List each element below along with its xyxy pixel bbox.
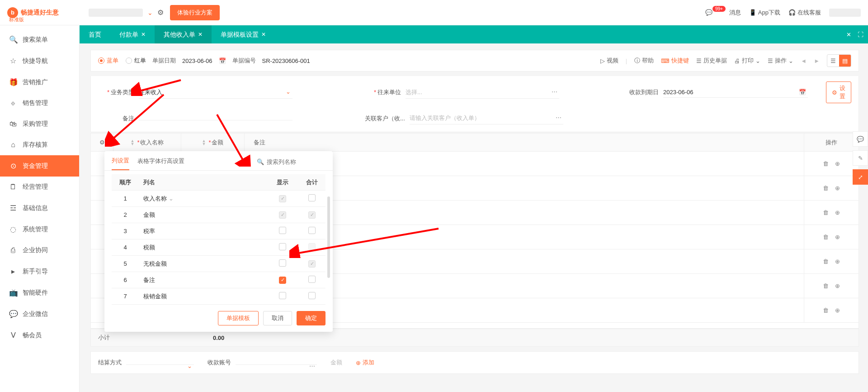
copy-row-icon[interactable]: ⊕ (835, 209, 840, 216)
shortcut-link[interactable]: ⌨ 快捷键 (661, 57, 689, 65)
sidebar-item-资金管理[interactable]: ⊙资金管理 (0, 155, 79, 177)
close-icon[interactable]: ✕ (261, 25, 266, 43)
copy-row-icon[interactable]: ⊕ (835, 258, 840, 265)
delete-row-icon[interactable]: 🗑 (823, 160, 829, 167)
sidebar-item-快捷导航[interactable]: ☆快捷导航 (0, 50, 79, 72)
delete-row-icon[interactable]: 🗑 (823, 307, 829, 314)
total-checkbox[interactable] (298, 227, 326, 235)
confirm-button[interactable]: 确定 (297, 311, 326, 325)
header-right: 💬 99+ 消息 📱App下载 🎧在线客服 (705, 9, 861, 17)
delete-row-icon[interactable]: 🗑 (823, 234, 829, 240)
sidebar-item-企业协同[interactable]: ⎙企业协同 (0, 240, 79, 261)
print-link[interactable]: 🖨 打印 ⌄ (734, 57, 760, 65)
sidebar-item-库存核算[interactable]: ⌂库存核算 (0, 134, 79, 155)
show-checkbox[interactable] (267, 259, 298, 268)
view-toggle[interactable]: ☰ ▤ (827, 54, 851, 67)
add-payment-link[interactable]: ⊕ 添加 (356, 359, 374, 367)
tab-其他收入单[interactable]: 其他收入单✕ (155, 25, 212, 43)
show-checkbox[interactable] (267, 292, 298, 301)
sidebar-item-采购管理[interactable]: 🛍采购管理 (0, 114, 79, 134)
sidebar-item-企业微信[interactable]: 💬企业微信 (0, 303, 79, 325)
float-chat-icon[interactable]: 💬 (853, 131, 868, 147)
delete-row-icon[interactable]: 🗑 (823, 185, 829, 191)
sidebar-item-智能硬件[interactable]: 📺智能硬件 (0, 282, 79, 303)
sidebar-item-系统管理[interactable]: ◌系统管理 (0, 219, 79, 240)
related-customer-field[interactable]: 关联客户（收... 请输入关联客户（收入单） (365, 112, 563, 124)
red-doc-radio[interactable]: 红单 (126, 57, 146, 65)
video-link[interactable]: ▷ 视频 (600, 57, 618, 65)
gear-icon[interactable]: ⚙ (157, 8, 164, 17)
cancel-button[interactable]: 取消 (263, 311, 292, 325)
app-download-link[interactable]: 📱App下载 (749, 9, 780, 17)
prev-icon[interactable]: ◄ (801, 57, 807, 64)
doc-date-value[interactable]: 2023-06-06 (182, 57, 212, 64)
float-edit-icon[interactable]: ✎ (853, 150, 868, 166)
sidebar-item-经营管理[interactable]: 🗒经营管理 (0, 177, 79, 197)
total-checkbox[interactable] (298, 194, 326, 203)
total-checkbox[interactable]: ✓ (298, 260, 326, 268)
delete-row-icon[interactable]: 🗑 (823, 258, 829, 265)
template-button[interactable]: 单据模板 (218, 311, 259, 325)
partner-field[interactable]: *往来单位 选择... (365, 86, 559, 99)
tab-首页[interactable]: 首页 (80, 25, 110, 43)
account-field[interactable]: 收款账号 (208, 359, 317, 367)
remark-field[interactable]: 备注 (98, 115, 292, 123)
list-view-icon[interactable]: ☰ (827, 55, 839, 67)
support-link[interactable]: 🎧在线客服 (788, 9, 821, 17)
delete-row-icon[interactable]: 🗑 (823, 209, 829, 216)
sidebar-item-基础信息[interactable]: ☲基础信息 (0, 197, 79, 219)
show-checkbox[interactable] (267, 227, 298, 235)
column-settings-gear[interactable]: ⚙ (91, 134, 113, 151)
settings-button[interactable]: ⚙ 设置 (826, 81, 851, 103)
user-avatar[interactable] (829, 9, 861, 17)
copy-row-icon[interactable]: ⊕ (835, 282, 840, 289)
settle-method-field[interactable]: 结算方式 ⌄ (98, 359, 194, 367)
card-view-icon[interactable]: ▤ (839, 55, 851, 67)
messages-link[interactable]: 💬 99+ 消息 (705, 9, 741, 17)
tab-单据模板设置[interactable]: 单据模板设置✕ (212, 25, 275, 43)
copy-row-icon[interactable]: ⊕ (835, 160, 840, 167)
col-income-name[interactable]: ▲▼*收入名称 (113, 134, 181, 151)
col-amount[interactable]: ▲▼*金额 (181, 134, 245, 151)
trial-button[interactable]: 体验行业方案 (170, 5, 220, 20)
total-checkbox[interactable] (298, 276, 326, 284)
show-checkbox[interactable] (267, 243, 298, 252)
sidebar-item-新手引导[interactable]: ▸新手引导 (0, 261, 79, 282)
calendar-icon[interactable]: 📅 (219, 57, 226, 64)
show-checkbox[interactable]: ✓ (267, 195, 298, 202)
total-checkbox[interactable]: ✓ (298, 211, 326, 219)
calendar-icon[interactable]: 📅 (799, 89, 806, 96)
sidebar-item-搜索菜单[interactable]: 🔍搜索菜单 (0, 29, 79, 50)
blue-doc-radio[interactable]: 蓝单 (98, 57, 118, 65)
total-checkbox[interactable] (298, 292, 326, 301)
history-link[interactable]: ☰ 历史单据 (696, 57, 727, 65)
popup-tab-columns[interactable]: 列设置 (112, 157, 129, 170)
show-checkbox[interactable]: ✓ (267, 276, 298, 284)
delete-row-icon[interactable]: 🗑 (823, 282, 829, 289)
next-icon[interactable]: ► (814, 57, 820, 64)
close-icon[interactable]: ✕ (198, 25, 203, 43)
fullscreen-icon[interactable]: ⛶ (858, 31, 863, 38)
column-search-input[interactable] (267, 158, 326, 165)
sidebar-item-营销推广[interactable]: 🎁营销推广 (0, 72, 79, 93)
copy-row-icon[interactable]: ⊕ (835, 185, 840, 191)
org-selector[interactable]: ⌄ ⚙ (89, 8, 164, 17)
column-search[interactable]: 🔍 (257, 158, 326, 165)
float-expand-icon[interactable]: ⤢ (853, 169, 868, 185)
sidebar-item-销售管理[interactable]: ⟐销售管理 (0, 93, 79, 114)
close-icon[interactable]: ✕ (141, 25, 146, 43)
copy-row-icon[interactable]: ⊕ (835, 234, 840, 240)
footer-amount-field[interactable]: 金额 (330, 359, 342, 367)
sidebar-item-畅会员[interactable]: Ⅴ畅会员 (0, 325, 79, 346)
popup-scrollbar[interactable] (327, 196, 330, 278)
close-tab-icon[interactable]: ✕ (846, 31, 851, 38)
total-checkbox[interactable] (298, 243, 326, 252)
show-checkbox[interactable]: ✓ (267, 211, 298, 219)
tab-付款单[interactable]: 付款单✕ (110, 25, 155, 43)
biz-type-field[interactable]: *业务类型 往来收入 (98, 86, 292, 99)
operate-link[interactable]: ☰ 操作 ⌄ (768, 57, 793, 65)
due-date-field[interactable]: 收款到期日 2023-06-06📅 (623, 87, 808, 98)
copy-row-icon[interactable]: ⊕ (835, 307, 840, 314)
popup-tab-rowheight[interactable]: 表格字体行高设置 (137, 157, 184, 170)
help-link[interactable]: ⓘ 帮助 (634, 57, 654, 65)
